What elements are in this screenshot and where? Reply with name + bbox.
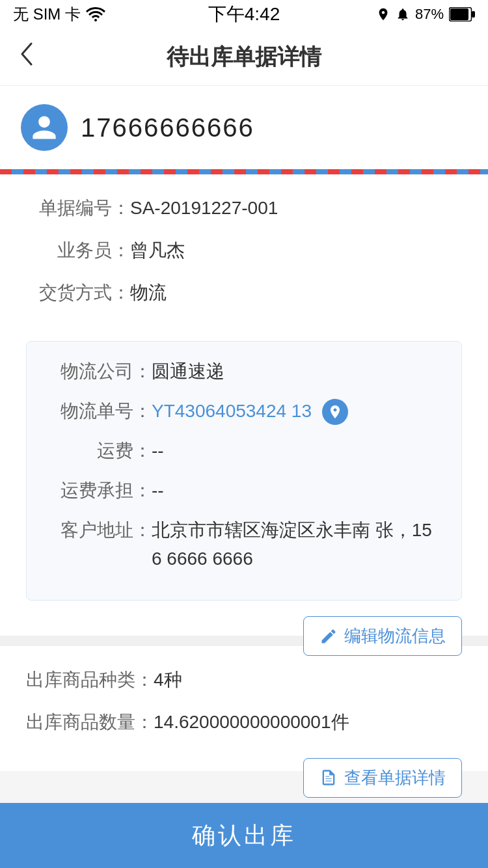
svg-rect-2 bbox=[450, 8, 468, 20]
view-detail-btn-label: 查看单据详情 bbox=[344, 766, 446, 789]
status-bar-time: 下午4:42 bbox=[208, 2, 280, 27]
salesperson-label: 业务员： bbox=[26, 236, 130, 265]
salesperson-row: 业务员： 曾凡杰 bbox=[26, 236, 462, 265]
tracking-no-container: YT43064053424 13 bbox=[152, 397, 348, 426]
edit-icon bbox=[319, 627, 338, 645]
document-icon bbox=[319, 768, 338, 787]
delivery-method-value: 物流 bbox=[130, 278, 462, 308]
svg-rect-1 bbox=[472, 11, 475, 18]
delivery-method-row: 交货方式： 物流 bbox=[26, 278, 462, 308]
logistics-section: 物流公司： 圆通速递 物流单号： YT43064053424 13 运费： --… bbox=[0, 320, 488, 636]
document-no-row: 单据编号： SA-20191227-001 bbox=[26, 194, 462, 223]
address-row: 客户地址： 北京市市辖区海淀区永丰南 张，156 6666 6666 bbox=[47, 516, 441, 575]
dashed-divider bbox=[0, 169, 488, 174]
person-icon bbox=[30, 113, 59, 142]
map-pin-icon[interactable] bbox=[322, 399, 348, 425]
avatar bbox=[21, 104, 68, 151]
wifi-icon bbox=[86, 7, 105, 21]
tracking-no-label: 物流单号： bbox=[47, 397, 152, 426]
freight-bear-label: 运费承担： bbox=[47, 476, 152, 506]
address-label: 客户地址： bbox=[47, 516, 152, 545]
edit-btn-container: 编辑物流信息 bbox=[26, 608, 462, 616]
product-types-value: 4种 bbox=[154, 666, 462, 695]
product-qty-row: 出库商品数量： 14.620000000000001件 bbox=[26, 708, 462, 737]
freight-bear-value: -- bbox=[152, 476, 441, 506]
status-bar-right: 87% bbox=[376, 6, 475, 23]
document-no-label: 单据编号： bbox=[26, 194, 130, 223]
product-types-row: 出库商品种类： 4种 bbox=[26, 666, 462, 695]
product-qty-value: 14.620000000000001件 bbox=[154, 708, 462, 737]
freight-bear-row: 运费承担： -- bbox=[47, 476, 441, 506]
product-qty-label: 出库商品数量： bbox=[26, 708, 154, 737]
address-value: 北京市市辖区海淀区永丰南 张，156 6666 6666 bbox=[152, 516, 441, 575]
page-title: 待出库单据详情 bbox=[167, 42, 321, 72]
product-types-label: 出库商品种类： bbox=[26, 666, 154, 695]
tracking-no-value: YT43064053424 13 bbox=[152, 397, 312, 426]
back-button[interactable] bbox=[18, 41, 34, 73]
nav-bar: 待出库单据详情 bbox=[0, 29, 488, 86]
logistics-company-value: 圆通速递 bbox=[152, 357, 441, 387]
document-no-value: SA-20191227-001 bbox=[130, 194, 462, 223]
battery-icon bbox=[449, 7, 475, 21]
freight-row: 运费： -- bbox=[47, 437, 441, 466]
user-card: 17666666666 bbox=[0, 86, 488, 169]
battery-text: 87% bbox=[415, 6, 444, 23]
logistics-company-row: 物流公司： 圆通速递 bbox=[47, 357, 441, 387]
alarm-icon bbox=[396, 7, 410, 21]
carrier-text: 无 SIM 卡 bbox=[13, 4, 81, 25]
freight-value: -- bbox=[152, 437, 441, 466]
basic-info-section: 单据编号： SA-20191227-001 业务员： 曾凡杰 交货方式： 物流 bbox=[0, 174, 488, 320]
status-bar: 无 SIM 卡 下午4:42 87% bbox=[0, 0, 488, 29]
edit-logistics-button[interactable]: 编辑物流信息 bbox=[303, 616, 462, 656]
confirm-outbound-button[interactable]: 确认出库 bbox=[0, 803, 488, 868]
outbound-section: 出库商品种类： 4种 出库商品数量： 14.620000000000001件 查… bbox=[0, 646, 488, 771]
freight-label: 运费： bbox=[47, 437, 152, 466]
salesperson-value: 曾凡杰 bbox=[130, 236, 462, 265]
delivery-method-label: 交货方式： bbox=[26, 278, 130, 308]
tracking-no-row: 物流单号： YT43064053424 13 bbox=[47, 397, 441, 426]
edit-btn-label: 编辑物流信息 bbox=[344, 625, 446, 647]
status-bar-left: 无 SIM 卡 bbox=[13, 4, 105, 25]
confirm-btn-label: 确认出库 bbox=[192, 820, 296, 852]
logistics-company-label: 物流公司： bbox=[47, 357, 152, 387]
view-detail-btn-container: 查看单据详情 bbox=[26, 750, 462, 758]
user-phone: 17666666666 bbox=[81, 113, 254, 142]
view-detail-button[interactable]: 查看单据详情 bbox=[303, 758, 462, 798]
logistics-box: 物流公司： 圆通速递 物流单号： YT43064053424 13 运费： --… bbox=[26, 341, 462, 601]
location-status-icon bbox=[376, 7, 390, 21]
